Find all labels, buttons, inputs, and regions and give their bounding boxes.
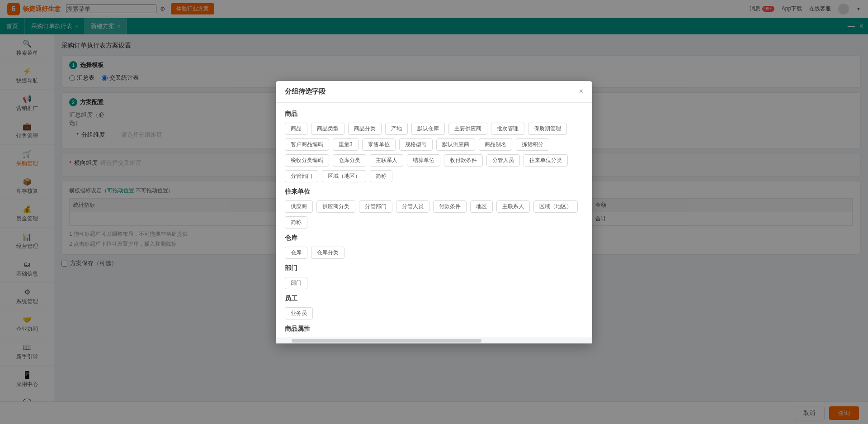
- section-title-staff: 员工: [285, 295, 583, 303]
- partner-fields: 供应商 供应商分类 分管部门 分管人员 付款条件 地区 主联系人 区域（地区） …: [285, 200, 583, 229]
- field-tag[interactable]: 主联系人: [370, 154, 403, 167]
- field-tag[interactable]: 商品分类: [348, 123, 382, 135]
- section-title-product-attr: 商品属性: [285, 325, 583, 333]
- field-tag[interactable]: 分管部门: [359, 200, 392, 213]
- modal-header: 分组待选字段 ×: [276, 81, 592, 103]
- section-title-product: 商品: [285, 110, 583, 118]
- staff-fields: 业务员: [285, 307, 583, 319]
- modal-title: 分组待选字段: [285, 87, 326, 96]
- field-tag[interactable]: 供应商分类: [316, 200, 355, 213]
- field-tag[interactable]: 重量3: [333, 138, 359, 151]
- modal-field-select: 分组待选字段 × 商品 商品 商品类型 商品分类 产地 默认仓库 主要供应商 批…: [276, 81, 592, 343]
- field-tag[interactable]: 仓库: [285, 247, 307, 259]
- modal-close-button[interactable]: ×: [579, 87, 583, 95]
- field-tag[interactable]: 简称: [285, 216, 307, 229]
- field-tag[interactable]: 分管人员: [396, 200, 429, 213]
- section-title-partner: 往来单位: [285, 188, 583, 196]
- product-fields: 商品 商品类型 商品分类 产地 默认仓库 主要供应商 批次管理 保质期管理 客户…: [285, 123, 583, 182]
- field-tag[interactable]: 业务员: [285, 307, 313, 319]
- field-tag[interactable]: 商品类型: [311, 123, 344, 135]
- field-tag[interactable]: 规格型号: [399, 138, 433, 151]
- field-tag[interactable]: 地区: [470, 200, 493, 213]
- field-tag[interactable]: 默认仓库: [411, 123, 445, 135]
- field-tag[interactable]: 零售单位: [362, 138, 396, 151]
- field-tag[interactable]: 分管人员: [486, 154, 520, 167]
- field-tag[interactable]: 简称: [370, 170, 392, 182]
- field-tag[interactable]: 主要供应商: [448, 123, 487, 135]
- field-tag[interactable]: 客户商品编码: [285, 138, 329, 151]
- field-tag[interactable]: 收付款条件: [444, 154, 483, 167]
- modal-hscrollbar[interactable]: [276, 338, 592, 343]
- field-tag[interactable]: 结算单位: [407, 154, 440, 167]
- field-tag[interactable]: 分管部门: [285, 170, 318, 182]
- modal-overlay: 分组待选字段 × 商品 商品 商品类型 商品分类 产地 默认仓库 主要供应商 批…: [0, 0, 868, 424]
- field-tag[interactable]: 部门: [285, 277, 307, 289]
- field-tag[interactable]: 拣货积分: [516, 138, 549, 151]
- field-tag[interactable]: 仓库分类: [333, 154, 366, 167]
- hscroll-thumb[interactable]: [292, 339, 481, 343]
- field-tag[interactable]: 往来单位分类: [524, 154, 568, 167]
- field-tag[interactable]: 付款条件: [433, 200, 467, 213]
- field-tag[interactable]: 商品别名: [479, 138, 512, 151]
- field-tag[interactable]: 供应商: [285, 200, 313, 213]
- warehouse-fields: 仓库 仓库分类: [285, 247, 583, 259]
- field-tag[interactable]: 产地: [385, 123, 408, 135]
- modal-body: 商品 商品 商品类型 商品分类 产地 默认仓库 主要供应商 批次管理 保质期管理…: [276, 103, 592, 338]
- field-tag[interactable]: 保质期管理: [528, 123, 567, 135]
- dept-fields: 部门: [285, 277, 583, 289]
- field-tag[interactable]: 默认供应商: [436, 138, 475, 151]
- field-tag[interactable]: 商品: [285, 123, 307, 135]
- field-tag[interactable]: 区域（地区）: [533, 200, 578, 213]
- section-title-dept: 部门: [285, 264, 583, 272]
- section-title-warehouse: 仓库: [285, 234, 583, 242]
- field-tag[interactable]: 仓库分类: [311, 247, 344, 259]
- field-tag[interactable]: 税收分类编码: [285, 154, 329, 167]
- field-tag[interactable]: 区域（地区）: [322, 170, 366, 182]
- field-tag[interactable]: 主联系人: [496, 200, 530, 213]
- field-tag[interactable]: 批次管理: [491, 123, 524, 135]
